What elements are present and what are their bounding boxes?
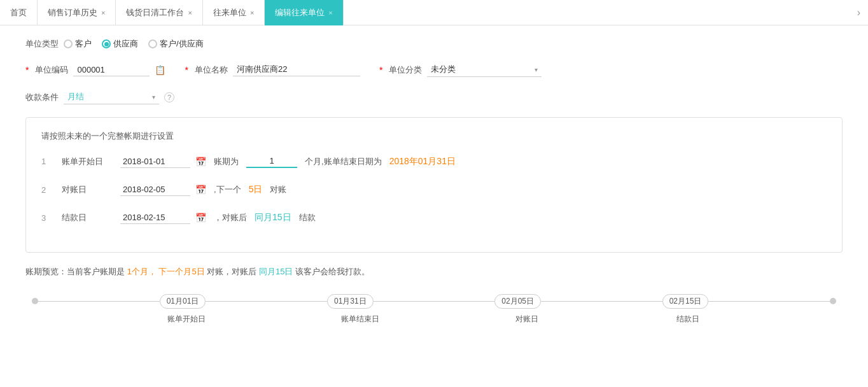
timeline-label-text-4: 结款日 [676, 314, 699, 325]
timeline-segment-4 [541, 301, 662, 302]
tab-bar: 首页 销售订单历史 × 钱货日清工作台 × 往来单位 × 编辑往来单位 × › [0, 0, 868, 25]
setting-row-3-label: 结款日 [62, 212, 113, 223]
reconciliation-date-calendar-icon[interactable]: 📅 [195, 185, 206, 195]
radio-group: 客户 供应商 客户/供应商 [64, 38, 204, 50]
timeline-segment-2 [206, 301, 327, 302]
help-icon-label: ? [167, 94, 171, 101]
unit-code-label: 单位编码 [35, 64, 68, 76]
preview-text: 账期预览：当前客户账期是 1个月， 下一个月5日 对账，对账后 同月15日 该客… [25, 265, 843, 279]
reconciliation-desc-prefix: ,下一个 [214, 184, 241, 195]
unit-category-value: 未分类 [431, 64, 532, 75]
unit-name-input[interactable] [233, 64, 360, 76]
timeline-segment-3 [374, 301, 495, 302]
tab-cashier-label: 钱货日清工作台 [126, 7, 184, 18]
preview-middle: 对账，对账后 [207, 267, 256, 276]
unit-info-row: * 单位编码 📋 * 单位名称 * 单位分类 未分类 ▾ [25, 62, 843, 77]
unit-category-select[interactable]: 未分类 ▾ [427, 62, 542, 77]
unit-code-copy-icon[interactable]: 📋 [155, 65, 165, 75]
tab-counterparty-close[interactable]: × [250, 9, 254, 17]
tab-home-label: 首页 [10, 7, 27, 18]
tab-cashier-close[interactable]: × [188, 9, 192, 17]
preview-part2: 下一个月5日 [158, 267, 204, 276]
radio-both-circle[interactable] [148, 39, 157, 48]
main-content: 单位类型 客户 供应商 客户/供应商 * 单位编码 [0, 25, 868, 387]
preview-part3: 同月15日 [259, 267, 293, 276]
bill-start-date-calendar-icon[interactable]: 📅 [195, 157, 206, 167]
radio-both[interactable]: 客户/供应商 [148, 38, 204, 50]
tab-counterparty[interactable]: 往来单位 × [203, 0, 265, 25]
timeline-end-dot [830, 298, 836, 304]
timeline-segment-5 [708, 301, 830, 302]
tab-edit-counterparty[interactable]: 编辑往来单位 × [265, 0, 343, 25]
settings-title: 请按照未来的一个完整帐期进行设置 [41, 130, 827, 142]
radio-supplier-label: 供应商 [113, 38, 138, 50]
payment-condition-field: 收款条件 月结 ▾ ? [25, 90, 174, 104]
unit-type-row: 单位类型 客户 供应商 客户/供应商 [25, 38, 843, 50]
settlement-date-input[interactable] [120, 211, 190, 224]
unit-type-field: 单位类型 客户 供应商 客户/供应商 [25, 38, 204, 50]
tab-sales-history-close[interactable]: × [101, 9, 105, 17]
timeline-date-3: 02月05日 [494, 294, 541, 309]
radio-customer[interactable]: 客户 [64, 38, 92, 50]
timeline-labels-row: 账单开始日 账单结束日 对账日 结款日 [25, 311, 843, 325]
preview-part1: 1个月， [127, 267, 157, 276]
payment-condition-help-icon[interactable]: ? [164, 92, 174, 102]
timeline-start-dot [32, 298, 38, 304]
setting-row-3: 3 结款日 📅 ，对账后 同月15日 结款 [41, 211, 827, 224]
setting-row-1: 1 账单开始日 📅 账期为 个月,账单结束日期为 2018年01月31日 [41, 155, 827, 168]
unit-code-input[interactable] [73, 64, 150, 76]
tab-edit-counterparty-close[interactable]: × [328, 9, 332, 17]
preview-prefix: 账期预览：当前客户账期是 [25, 267, 125, 276]
settlement-desc-prefix: ，对账后 [214, 212, 247, 223]
unit-code-star: * [25, 65, 29, 75]
bill-start-date-input[interactable] [120, 155, 190, 168]
tab-sales-history-label: 销售订单历史 [48, 7, 97, 18]
tab-cashier[interactable]: 钱货日清工作台 × [116, 0, 202, 25]
setting-row-2: 2 对账日 📅 ,下一个 5日 对账 [41, 183, 827, 196]
unit-category-chevron: ▾ [535, 66, 538, 73]
radio-customer-circle[interactable] [64, 39, 73, 48]
timeline-label-4: 结款日 [669, 311, 707, 325]
payment-condition-value: 月结 [67, 91, 150, 102]
payment-condition-select[interactable]: 月结 ▾ [64, 90, 159, 104]
payment-condition-label: 收款条件 [25, 92, 59, 103]
tab-sales-history[interactable]: 销售订单历史 × [38, 0, 116, 25]
settlement-desc-suffix: 结款 [299, 212, 316, 223]
setting-row-3-number: 3 [41, 213, 54, 223]
period-unit-label: 个月,账单结束日期为 [305, 156, 382, 167]
settlement-date-calendar-icon[interactable]: 📅 [195, 213, 206, 223]
reconciliation-date-input[interactable] [120, 183, 190, 196]
radio-both-label: 客户/供应商 [160, 38, 204, 50]
timeline-segment-1 [38, 301, 160, 302]
setting-row-1-label: 账单开始日 [62, 156, 113, 167]
tab-edit-counterparty-label: 编辑往来单位 [275, 7, 325, 18]
timeline-date-1: 01月01日 [160, 294, 206, 309]
radio-customer-label: 客户 [75, 38, 92, 50]
timeline-label-3: 对账日 [508, 311, 546, 325]
timeline-node-1: 01月01日 [160, 294, 206, 309]
settlement-highlight: 同月15日 [255, 212, 291, 223]
unit-category-label: 单位分类 [389, 64, 422, 76]
radio-supplier[interactable]: 供应商 [102, 38, 138, 50]
tab-counterparty-label: 往来单位 [213, 7, 246, 18]
unit-type-label: 单位类型 [25, 38, 59, 50]
payment-condition-chevron: ▾ [152, 94, 155, 101]
unit-category-star: * [379, 65, 382, 75]
payment-condition-row: 收款条件 月结 ▾ ? [25, 90, 843, 104]
period-input[interactable] [246, 155, 297, 168]
unit-code-field: * 单位编码 📋 [25, 64, 165, 76]
tab-bar-arrow[interactable]: › [850, 7, 868, 18]
timeline-label-text-1: 账单开始日 [167, 314, 206, 325]
timeline-date-4: 02月15日 [662, 294, 709, 309]
reconciliation-desc-suffix: 对账 [270, 184, 286, 195]
timeline-label-text-2: 账单结束日 [341, 314, 379, 325]
timeline-wrapper: 01月01日 01月31日 02月05日 02月15日 [25, 294, 843, 325]
settings-box: 请按照未来的一个完整帐期进行设置 1 账单开始日 📅 账期为 个月,账单结束日期… [25, 117, 843, 253]
unit-name-star: * [185, 65, 188, 75]
timeline-node-4: 02月15日 [662, 294, 709, 309]
tab-home[interactable]: 首页 [0, 0, 38, 25]
setting-row-2-number: 2 [41, 185, 54, 195]
period-label: 账期为 [214, 156, 239, 167]
radio-supplier-circle[interactable] [102, 39, 111, 48]
setting-row-1-number: 1 [41, 157, 54, 166]
